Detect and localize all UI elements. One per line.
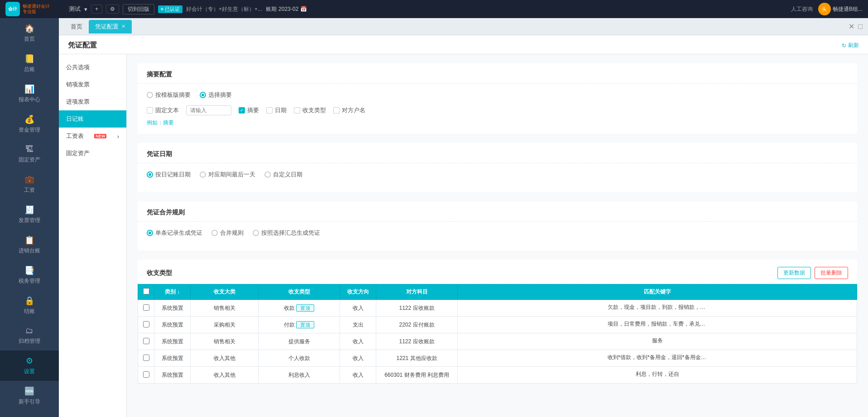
row-checkbox[interactable] [143,355,149,361]
add-btn[interactable]: + [91,5,102,14]
row-sub-type: 收款 置顶 [259,300,340,317]
consult-link[interactable]: 人工咨询 [791,5,813,13]
left-menu-item-fixed-assets[interactable]: 固定资产 [59,145,126,162]
batch-delete-btn[interactable]: 批量删除 [815,267,848,279]
closing-icon: 🔒 [24,296,34,306]
cb-date-box [266,107,273,114]
row-account: 1122 应收账款 [376,300,458,317]
sidebar-item-home[interactable]: 🏠 首页 [0,18,59,48]
row-checkbox-cell [138,300,154,317]
voucher-date-title: 凭证日期 [138,143,857,163]
calendar-icon[interactable]: 📅 [300,6,307,12]
refresh-btn[interactable]: ↻ 刷新 [842,42,859,49]
sidebar-item-member[interactable]: 👑 畅会员 [0,411,59,417]
left-menu-item-public[interactable]: 公共选项 [59,59,126,76]
row-checkbox[interactable] [143,321,149,327]
sidebar-item-label: 新手引导 [19,398,40,406]
settings-btn[interactable]: ⚙ [106,5,119,14]
sidebar-item-fixed-assets[interactable]: 🏗 固定资产 [0,139,59,169]
tab-voucher[interactable]: 凭证配置 ✕ [89,20,132,33]
switch-version-btn[interactable]: 切到旧版 [123,4,154,14]
table-row: 系统预置 销售相关 提供服务 收入 1122 应收账款 服务 [138,333,857,350]
cb-fixed-text[interactable]: 固定文本 [147,106,179,114]
voucher-date-body: 按日记账日期 对应期间最后一天 自定义日期 [138,163,857,192]
row-checkbox[interactable] [143,304,149,311]
table-row: 系统预置 销售相关 收款 置顶 收入 1122 应收账款 欠款，现金，项目款，到… [138,300,857,317]
sidebar-item-funds[interactable]: 💰 资金管理 [0,109,59,139]
radio-template[interactable]: 按模板版摘要 [147,91,191,99]
left-menu-item-journal[interactable]: 日记账 [59,110,126,128]
select-all-checkbox[interactable] [143,288,149,294]
left-menu-item-payroll[interactable]: 工资表 NEW › [59,128,126,145]
row-account: 660301 财务费用 利息费用 [376,367,458,384]
sidebar-item-ledger[interactable]: 📒 总账 [0,48,59,79]
certified-tag: 已认证 [158,5,182,13]
tab-minimize-btn[interactable]: ✕ [849,22,854,31]
reset-tag[interactable]: 置顶 [296,321,314,328]
example-text: 例如：摘要 [147,119,848,127]
row-sub-type: 个人收款 [259,350,340,367]
fixed-text-input[interactable] [186,105,231,115]
inner-layout: 公共选项 销项发票 进项发票 日记账 工资表 NEW › 固定资产 [59,54,868,417]
row-keywords: 欠款，现金，项目款，到款，报销款，汇入，... [458,300,857,317]
table-row: 系统预置 收入其他 个人收款 收入 1221 其他应收款 收到*借款，收到*备用… [138,350,857,367]
radio-template-dot [147,92,153,98]
cb-counter[interactable]: 对方户名 [333,106,365,114]
tab-close-icon[interactable]: ✕ [121,24,125,29]
config-panel: 摘要配置 按模板版摘要 选择摘要 [127,54,868,417]
th-direction: 收支方向 [340,284,376,300]
left-menu-item-purchase-invoice[interactable]: 进项发票 [59,93,126,110]
row-direction: 收入 [340,300,376,317]
radio-period-last-day[interactable]: 对应期间最后一天 [200,171,255,179]
left-menu-item-sales-invoice[interactable]: 销项发票 [59,76,126,93]
company-name: 测试 [69,5,81,13]
cb-fixed-text-box [147,107,153,114]
username: 畅捷通B组... [833,5,863,13]
sidebar-item-closing[interactable]: 🔒 结账 [0,290,59,321]
tab-maximize-btn[interactable]: □ [858,22,863,31]
reset-tag[interactable]: 置顶 [296,304,314,312]
sidebar-item-settings[interactable]: ⚙ 设置 [0,351,59,381]
company-dropdown[interactable]: ▾ [84,6,87,13]
row-direction: 收入 [340,333,376,350]
cb-counter-box [333,107,340,114]
voucher-date-radio-group: 按日记账日期 对应期间最后一天 自定义日期 [147,171,848,179]
avatar: 头 [818,3,831,15]
cb-date[interactable]: 日期 [266,106,287,114]
period-label: 账期 2023-02 📅 [266,5,307,13]
sidebar-item-tax[interactable]: 📑 税务管理 [0,260,59,290]
sidebar-item-invoice-mgmt[interactable]: 🧾 发票管理 [0,199,59,230]
cb-type[interactable]: 收支类型 [294,106,326,114]
radio-merge-rule-dot [211,230,218,236]
radio-summary-generate[interactable]: 按照选择汇总生成凭证 [253,229,320,237]
update-data-btn[interactable]: 更新数据 [777,267,811,279]
tags-label: 好会计（专）+好生意（标）+... [186,5,262,13]
row-category: 系统预置 [154,317,191,333]
row-checkbox[interactable] [143,338,149,344]
sidebar-item-archive[interactable]: 🗂 归档管理 [0,321,59,351]
radio-select[interactable]: 选择摘要 [200,91,232,99]
merge-rules-body: 单条记录生成凭证 合并规则 按照选择汇总生成凭证 [138,222,857,251]
row-checkbox[interactable] [143,371,149,378]
merge-rules-section: 凭证合并规则 单条记录生成凭证 合并规则 [138,201,857,251]
row-main-type: 销售相关 [191,300,259,317]
sidebar-item-salary[interactable]: 💼 工资 [0,169,59,199]
cb-summary[interactable]: 摘要 [239,106,259,114]
radio-journal-date[interactable]: 按日记账日期 [147,171,191,179]
guide-icon: 🆕 [24,386,34,396]
th-account: 对方科目 [376,284,458,300]
sidebar-item-reports[interactable]: 📊 报表中心 [0,79,59,109]
sidebar-item-guide[interactable]: 🆕 新手引导 [0,381,59,411]
merge-rules-title: 凭证合并规则 [138,201,857,222]
user-area: 头 畅捷通B组... [818,3,863,15]
sidebar-item-purchase-sales[interactable]: 📋 进销台账 [0,230,59,260]
radio-single-record[interactable]: 单条记录生成凭证 [147,229,202,237]
radio-custom-date[interactable]: 自定义日期 [264,171,302,179]
logo: 会计 畅捷通好会计 专业版 [5,2,64,16]
arrow-icon: › [117,133,119,140]
income-expense-section: 收支类型 更新数据 批量删除 [138,260,857,384]
radio-merge-rule[interactable]: 合并规则 [211,229,244,237]
row-account: 2202 应付账款 [376,317,458,333]
tab-home[interactable]: 首页 [64,20,89,33]
voucher-date-section: 凭证日期 按日记账日期 对应期间最后一天 [138,143,857,192]
